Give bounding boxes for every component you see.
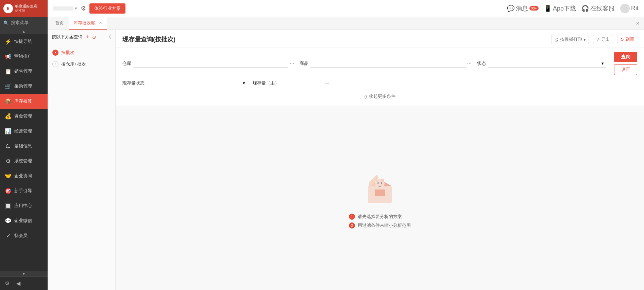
app-download-label: App下载 — [553, 4, 576, 13]
basic-icon: 🗂 — [5, 143, 12, 149]
sidebar-item-wechat[interactable]: 💬 企业微信 — [0, 213, 48, 228]
inventory-status-select[interactable]: ▾ — [147, 79, 247, 87]
avatar — [620, 4, 630, 13]
svg-rect-3 — [375, 189, 385, 196]
plan-dot-batch: ● — [52, 50, 58, 56]
main-area: ▾ ⚙ 体验行业方案 💬 消息 99+ 📱 App下载 🎧 在线客服 Rit — [48, 0, 644, 290]
set-btn[interactable]: 设置 — [614, 64, 637, 75]
sidebar-item-label: 系统管理 — [14, 158, 32, 164]
tab-panel-close-btn[interactable]: ✕ — [634, 19, 641, 28]
messages-btn[interactable]: 💬 消息 99+ — [507, 4, 539, 13]
empty-svg — [359, 167, 400, 208]
version-badge: 标准版 — [15, 8, 37, 13]
empty-tip-2: 2 用过滤条件来缩小分析范围 — [349, 222, 411, 229]
product-input[interactable] — [310, 59, 465, 68]
sidebar-item-label: 资金管理 — [14, 113, 32, 119]
collapse-left-panel-icon[interactable]: 《 — [106, 34, 111, 40]
inventory-amount-min[interactable] — [281, 79, 322, 87]
warehouse-input[interactable] — [133, 59, 288, 68]
sidebar-item-label: 企业微信 — [14, 218, 32, 224]
plan-item-warehouse-batch[interactable]: ○ 按仓库+批次 — [48, 58, 115, 70]
sidebar-item-operation[interactable]: 📊 经营管理 — [0, 124, 48, 139]
title-actions: 🖨 按模板打印 ▾ ↗ 导出 ↻ 刷新 — [551, 35, 637, 44]
empty-tip-1: 1 请先选择要分析的方案 — [349, 214, 411, 220]
settings-topbar-icon[interactable]: ⚙ — [81, 5, 86, 12]
empty-illustration — [359, 167, 400, 208]
sidebar-item-label: 应用中心 — [14, 203, 32, 209]
sidebar-item-quick-nav[interactable]: ⚡ 快捷导航 — [0, 34, 48, 49]
sidebar-item-finance[interactable]: 💰 资金管理 — [0, 109, 48, 124]
sidebar-item-label: 采购管理 — [14, 83, 32, 89]
experience-btn[interactable]: 体验行业方案 — [89, 3, 125, 14]
sidebar-item-member[interactable]: ✓ 畅会员 — [0, 228, 48, 243]
tip-num-1: 1 — [349, 214, 355, 220]
svg-rect-8 — [376, 179, 377, 182]
sidebar-item-label: 畅会员 — [14, 233, 28, 239]
sidebar-item-sales[interactable]: 📋 销售管理 — [0, 64, 48, 79]
filter-product: 商品 ··· — [300, 59, 471, 68]
app-logo: 6 — [3, 4, 13, 13]
sidebar-item-guide[interactable]: 🎯 新手引导 — [0, 183, 48, 198]
wechat-icon: 💬 — [5, 217, 12, 224]
collapse-more-label: 收起更多条件 — [369, 93, 395, 99]
inventory-icon: 📦 — [5, 98, 12, 105]
sidebar-item-apps[interactable]: 🔲 应用中心 — [0, 198, 48, 213]
svg-rect-9 — [382, 179, 384, 182]
collapse-up-icon: ⟨⟨ — [364, 94, 368, 99]
search-menu[interactable]: 🔍 搜索菜单 — [0, 17, 48, 29]
app-download-btn[interactable]: 📱 App下载 — [544, 4, 576, 13]
filter-section: 仓库 ··· 商品 ··· 状态 ▾ — [116, 48, 644, 106]
sidebar-scroll-down[interactable]: ▼ — [0, 271, 48, 276]
dropdown-icon: ▾ — [75, 6, 77, 11]
sidebar-item-label: 经营管理 — [14, 128, 32, 134]
status-select-arrow: ▾ — [601, 61, 604, 66]
settings-footer-icon[interactable]: ⚙ — [5, 280, 10, 287]
inventory-amount-label: 现存量（主） — [253, 80, 279, 86]
sidebar-item-basic[interactable]: 🗂 基础信息 — [0, 139, 48, 153]
sidebar-item-marketing[interactable]: 📢 营销推广 — [0, 49, 48, 64]
sidebar-item-system[interactable]: ⚙ 系统管理 — [0, 153, 48, 168]
member-icon: ✓ — [5, 232, 12, 239]
online-service-btn[interactable]: 🎧 在线客服 — [581, 4, 615, 13]
filter-row-1: 仓库 ··· 商品 ··· 状态 ▾ — [122, 52, 637, 75]
settings-plan-icon[interactable]: ⊙ — [92, 34, 96, 40]
add-plan-icon[interactable]: ＋ — [85, 33, 90, 40]
collapse-sidebar-icon[interactable]: ◀ — [16, 280, 20, 287]
refresh-btn[interactable]: ↻ 刷新 — [617, 35, 637, 44]
sales-icon: 📋 — [5, 68, 12, 75]
query-btn[interactable]: 查询 — [614, 52, 637, 62]
filter-inventory-amount: 现存量（主） — — [253, 79, 419, 87]
print-btn[interactable]: 🖨 按模板打印 ▾ — [551, 35, 589, 44]
sidebar-item-label: 库存核算 — [14, 98, 32, 104]
plan-section-label: 按以下方案查询 — [52, 34, 83, 40]
plan-item-batch[interactable]: ● 按批次 — [48, 47, 115, 58]
tab-inventory-batch-label: 库存批次账 — [73, 20, 96, 26]
sidebar-scroll-up[interactable]: ▲ — [0, 29, 48, 34]
sidebar-item-purchase[interactable]: 🛒 采购管理 — [0, 79, 48, 94]
warehouse-dots-icon[interactable]: ··· — [290, 60, 294, 67]
user-menu-btn[interactable]: Rit — [620, 4, 639, 13]
tab-inventory-batch[interactable]: 库存批次账 ✕ — [69, 17, 107, 30]
sidebar-item-enterprise[interactable]: 🤝 企业协同 — [0, 168, 48, 183]
topbar-actions: 💬 消息 99+ 📱 App下载 🎧 在线客服 Rit — [507, 4, 639, 13]
inventory-status-label: 现存量状态 — [122, 80, 145, 86]
status-select[interactable]: ▾ — [488, 59, 606, 68]
sidebar-footer: ⚙ ◀ — [0, 276, 48, 290]
company-name: 畅康通好生意 — [15, 4, 37, 8]
search-menu-label: 搜索菜单 — [11, 20, 29, 26]
filter-status: 状态 ▾ — [477, 59, 606, 68]
filter-row-2: 现存量状态 ▾ 现存量（主） — — [122, 79, 637, 87]
sidebar-item-inventory[interactable]: 📦 库存核算 — [0, 94, 48, 109]
right-panel: 现存量查询(按批次) 🖨 按模板打印 ▾ ↗ 导出 ↻ 刷新 — [116, 30, 644, 290]
breadcrumb-path — [53, 6, 73, 11]
inventory-amount-max[interactable] — [332, 79, 373, 87]
export-btn[interactable]: ↗ 导出 — [593, 35, 613, 44]
svg-point-7 — [381, 182, 382, 184]
warehouse-label: 仓库 — [122, 60, 131, 67]
print-btn-label: 按模板打印 — [560, 36, 582, 42]
tab-home[interactable]: 首页 — [50, 17, 69, 30]
collapse-more-btn[interactable]: ⟨⟨ 收起更多条件 — [122, 91, 637, 102]
product-dots-icon[interactable]: ··· — [467, 60, 472, 67]
user-name: Rit — [631, 5, 639, 12]
tab-close-icon[interactable]: ✕ — [99, 21, 102, 25]
